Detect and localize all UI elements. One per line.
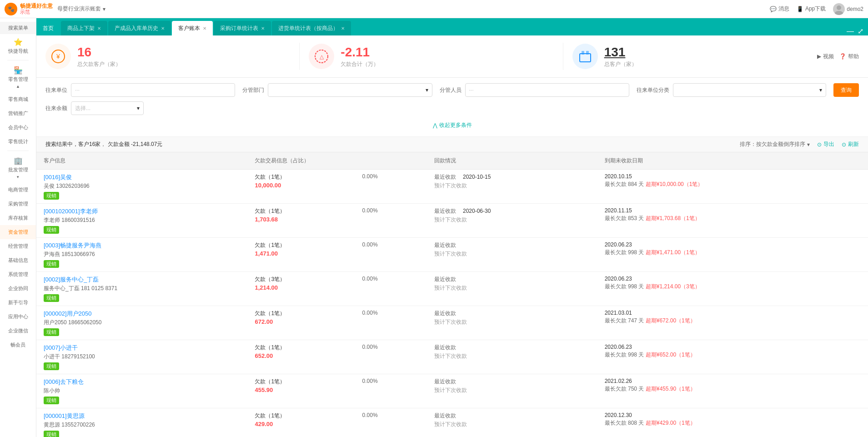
video-btn[interactable]: ▶ 视频 <box>817 53 834 60</box>
cell-debt-percent-7: 0.00% <box>355 408 427 437</box>
messages-btn[interactable]: 💬 消息 <box>770 5 789 13</box>
filter-select-dept[interactable]: ▾ <box>268 83 432 97</box>
tab-close-icon2[interactable]: ✕ <box>161 26 165 31</box>
collection-next-6: 预计下次收款 <box>434 387 590 394</box>
customer-tag-7: 现销 <box>44 431 59 437</box>
overdue-link-0[interactable]: 超期¥10,000.00（1笔） <box>646 181 703 187</box>
customer-name-link-5[interactable]: [0007]小进干 <box>44 344 240 352</box>
search-button[interactable]: 查询 <box>833 83 859 97</box>
tab-production-history[interactable]: 产成品入库单历史 ✕ <box>108 21 171 35</box>
tab-close-icon5[interactable]: ✕ <box>341 26 345 31</box>
debt-percent-7: 0.00% <box>362 412 420 418</box>
collection-next-2: 预计下次收款 <box>434 250 590 258</box>
overdue-link-3[interactable]: 超期¥1,214.00（3笔） <box>646 283 700 290</box>
filter-item-dept: 分管部门 ▾ <box>242 83 432 97</box>
overdue-link-2[interactable]: 超期¥1,471.00（1笔） <box>646 249 700 256</box>
filter-label-balance: 往来余额 <box>45 105 67 112</box>
tab-home[interactable]: 首页 <box>36 21 60 35</box>
stat-actions: ▶ 视频 ❓ 帮助 <box>817 53 859 60</box>
tab-purchase-by-product[interactable]: 进货单统计表（按商品） ✕ <box>272 21 351 35</box>
overdue-link-5[interactable]: 超期¥652.00（1笔） <box>646 352 696 358</box>
stat-label-debt: 欠款合计（万） <box>341 60 379 68</box>
sidebar-item-enterprise[interactable]: 企业协同 <box>0 281 36 296</box>
overdue-link-1[interactable]: 超期¥1,703.68（1笔） <box>646 215 700 221</box>
filter-input-partner[interactable]: ··· <box>71 83 235 97</box>
filter-input-person[interactable]: ··· <box>465 83 629 97</box>
overdue-date-5: 2020.06.23 <box>605 344 861 350</box>
sidebar-item-retail-manage[interactable]: 🏪 零售管理 ▲ <box>0 62 36 92</box>
sidebar-item-retail-mall[interactable]: 零售商城 <box>0 92 36 106</box>
stat-divider-1 <box>299 43 300 70</box>
customer-name-link-7[interactable]: [000001]黄思源 <box>44 412 240 420</box>
collection-next-0: 预计下次收款 <box>434 182 590 190</box>
message-icon: 💬 <box>770 6 777 12</box>
sidebar-item-wechat[interactable]: 企业微信 <box>0 324 36 338</box>
sidebar-item-purchase[interactable]: 采购管理 <box>0 197 36 211</box>
tab-close-icon3[interactable]: ✕ <box>203 26 206 31</box>
result-actions: 排序：按欠款金额倒序排序 ▾ ⊙ 导出 ⊙ 刷新 <box>740 141 859 148</box>
maximize-btn[interactable]: ⤢ <box>858 27 863 35</box>
star-icon: ⭐ <box>14 38 23 46</box>
sidebar-item-inventory[interactable]: 库存核算 <box>0 211 36 225</box>
sidebar-item-ecommerce[interactable]: 电商管理 <box>0 183 36 197</box>
debt-count-5: 欠款（1笔） <box>255 344 347 352</box>
tab-product-listing[interactable]: 商品上下架 ✕ <box>61 21 107 35</box>
tab-customer-account[interactable]: 客户账本 ✕ <box>172 21 213 35</box>
filter-item-partner: 往来单位 ··· <box>45 83 235 97</box>
table-header: 客户信息 欠款交易信息（占比） 回款情况 到期未收款日期 <box>36 152 868 170</box>
filter-select-category[interactable]: ▾ <box>673 83 826 97</box>
sidebar-item-finance[interactable]: 资金管理 <box>0 225 36 239</box>
sidebar-item-wholesale[interactable]: 🏢 批发管理 ▾ <box>0 153 36 183</box>
overdue-link-4[interactable]: 超期¥672.00（1笔） <box>646 317 696 324</box>
video-icon: ▶ <box>817 53 821 60</box>
help-btn[interactable]: ❓ 帮助 <box>839 53 859 60</box>
overdue-days-6: 最长欠款 750 天 超期¥455.90（1笔） <box>605 385 861 393</box>
sort-icon: ▾ <box>807 141 810 148</box>
sidebar-item-retail-stats[interactable]: 零售统计 <box>0 135 36 149</box>
sort-button[interactable]: 排序：按欠款金额倒序排序 ▾ <box>740 141 810 148</box>
cell-overdue-2: 2020.06.23 最长欠款 998 天 超期¥1,471.00（1笔） <box>597 238 868 272</box>
customer-name-link-4[interactable]: [000002]用户2050 <box>44 310 240 318</box>
customer-name-link-1[interactable]: [0001020001]李老师 <box>44 207 240 216</box>
tab-close-icon[interactable]: ✕ <box>97 26 101 31</box>
customer-name-link-2[interactable]: [0003]畅捷服务尹海燕 <box>44 241 240 250</box>
sidebar-item-member[interactable]: 会员中心 <box>0 121 36 135</box>
collection-recent-7: 最近收款 <box>434 412 590 420</box>
filter-item-balance: 往来余额 选择... ▾ <box>45 101 159 115</box>
stat-number-total: 131 <box>604 45 637 60</box>
company-selector[interactable]: 母婴行业演示账套 ▾ <box>57 5 105 13</box>
sidebar-item-basic-info[interactable]: 基础信息 <box>0 253 36 267</box>
export-button[interactable]: ⊙ 导出 <box>817 141 834 148</box>
table-row: [000001]黄思源 黄思源 13552700226 现销 欠款（1笔） 42… <box>36 408 868 437</box>
customer-name-link-6[interactable]: [0006]去下粮仓 <box>44 378 240 386</box>
customer-name-link-3[interactable]: [0002]服务中心_丁磊 <box>44 276 240 284</box>
cell-debt-percent-6: 0.00% <box>355 374 427 408</box>
collapse-bar[interactable]: ⋀ 收起更多条件 <box>45 120 859 131</box>
collection-recent-3: 最近收款 <box>434 276 590 283</box>
sidebar-item-system[interactable]: 系统管理 <box>0 267 36 281</box>
refresh-button[interactable]: ⊙ 刷新 <box>842 141 859 148</box>
overdue-date-2: 2020.06.23 <box>605 241 861 248</box>
sidebar-item-guide[interactable]: 新手引导 <box>0 296 36 310</box>
app-download-btn[interactable]: 📱 App下载 <box>797 5 826 13</box>
user-avatar[interactable]: demo2 <box>833 3 863 15</box>
tab-purchase-stats[interactable]: 采购订单统计表 ✕ <box>214 21 271 35</box>
filter-select-balance[interactable]: 选择... ▾ <box>71 101 144 115</box>
overdue-link-6[interactable]: 超期¥455.90（1笔） <box>646 386 696 392</box>
overdue-link-7[interactable]: 超期¥429.00（1笔） <box>646 420 696 426</box>
cell-debt-0: 欠款（1笔） 10,000.00 <box>247 170 355 204</box>
minimize-btn[interactable]: — <box>847 27 854 35</box>
sidebar-item-operations[interactable]: 经营管理 <box>0 239 36 253</box>
table-row: [0007]小进干 小进干 18279152100 现销 欠款（1笔） 652.… <box>36 340 868 374</box>
cell-customer-0: [0016]吴俊 吴俊 13026203696 现销 <box>36 170 247 204</box>
debt-count-7: 欠款（1笔） <box>255 412 347 420</box>
customer-name-link-0[interactable]: [0016]吴俊 <box>44 173 240 181</box>
cell-customer-5: [0007]小进干 小进干 18279152100 现销 <box>36 340 247 374</box>
search-menu-item[interactable]: 搜索菜单 <box>0 22 36 34</box>
sidebar-item-member2[interactable]: 畅会员 <box>0 338 36 352</box>
sidebar-item-marketing[interactable]: 营销推广 <box>0 106 36 121</box>
retail-icon: 🏪 <box>14 66 23 75</box>
sidebar-item-app-center[interactable]: 应用中心 <box>0 310 36 324</box>
tab-close-icon4[interactable]: ✕ <box>261 26 265 31</box>
sidebar-item-quick-nav[interactable]: ⭐ 快捷导航 <box>0 34 36 58</box>
